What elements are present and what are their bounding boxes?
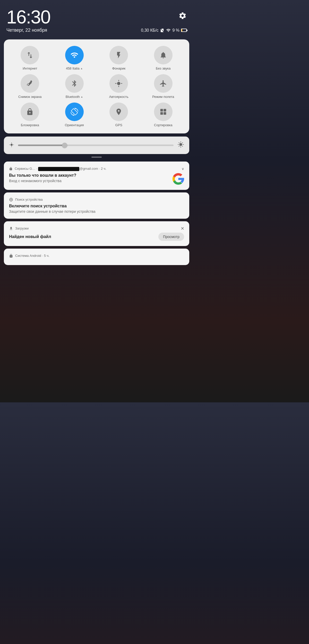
qs-internet-label: Интернет [23, 66, 37, 70]
notification-downloads[interactable]: Загрузки × Найден новый файл Просмотр [4, 221, 189, 246]
brightness-high-icon [177, 141, 184, 149]
qs-orientation-circle[interactable] [65, 103, 84, 121]
android-icon [9, 254, 13, 258]
network-speed: 0,30 КБ/с [141, 28, 159, 33]
battery-percent: 9 % [172, 28, 179, 33]
scroll-indicator [0, 157, 193, 158]
downloads-title-row: Найден новый файл Просмотр [9, 233, 184, 241]
svg-rect-2 [164, 109, 166, 112]
qs-wifi-label: 458 Italia ▲ [66, 66, 83, 70]
qs-screenshot-circle[interactable] [21, 74, 39, 93]
qs-bluetooth[interactable]: Bluetooth ▲ [54, 74, 96, 99]
notif-title-google: Вы только что вошли в аккаунт? [9, 173, 76, 178]
qs-bluetooth-label: Bluetooth ▲ [66, 95, 83, 99]
status-icons: 0,30 КБ/с 9 % [141, 28, 187, 33]
battery-icon [181, 29, 187, 32]
qs-screenshot[interactable]: Снимок экрана [9, 74, 51, 99]
close-downloads-icon[interactable]: × [181, 225, 184, 232]
qs-silent-label: Без звука [156, 66, 170, 70]
qs-internet-circle[interactable] [21, 46, 39, 64]
find-device-icon [9, 198, 13, 202]
svg-point-6 [11, 199, 12, 200]
qs-flashlight-circle[interactable] [109, 46, 128, 64]
brightness-low-icon [9, 142, 14, 149]
qs-flashlight[interactable]: Фонарик [98, 46, 140, 70]
notif-app-find: Поиск устройства [15, 198, 184, 201]
notif-title-find: Включите поиск устройства [9, 204, 184, 208]
notifications-area: Сервисы G… · @gmail.com · 2 ч. ∨ Вы толь… [4, 162, 189, 266]
qs-lock-rotation-label: Блокировка [21, 123, 39, 127]
notif-app-name: Сервисы G… · @gmail.com · 2 ч. [15, 167, 178, 171]
notif-body-google: Вход с незнакомого устройства [9, 179, 76, 183]
qs-wifi[interactable]: 458 Italia ▲ [54, 46, 96, 70]
notif-header-downloads: Загрузки × [9, 226, 184, 231]
bt-arrow: ▲ [81, 95, 83, 98]
qs-sort[interactable]: Сортировка [142, 103, 184, 127]
qs-silent[interactable]: Без звука [142, 46, 184, 70]
notif-header-find: Поиск устройства [9, 198, 184, 202]
status-bar: 16:30 Четверг, 22 ноября 0,30 КБ/с 9 % [0, 0, 193, 36]
notif-title-row-google: Вы только что вошли в аккаунт? Вход с не… [9, 173, 184, 185]
qs-lock-rotation[interactable]: Блокировка [9, 103, 51, 127]
notif-expand-icon[interactable]: ∨ [182, 167, 184, 171]
qs-airplane-label: Режим полета [152, 95, 174, 99]
notif-header-google: Сервисы G… · @gmail.com · 2 ч. ∨ [9, 167, 184, 171]
view-button[interactable]: Просмотр [158, 233, 184, 241]
wifi-icon [166, 28, 171, 33]
notification-google-signin[interactable]: Сервисы G… · @gmail.com · 2 ч. ∨ Вы толь… [4, 162, 189, 190]
qs-airplane[interactable]: Режим полета [142, 74, 184, 99]
qs-autobrightness-circle[interactable]: A [109, 74, 128, 93]
brightness-slider[interactable] [18, 145, 174, 146]
clock: 16:30 [6, 8, 50, 26]
svg-rect-1 [160, 109, 163, 112]
lock-icon [9, 167, 13, 171]
notif-title-downloads: Найден новый файл [9, 234, 158, 239]
notif-body-find: Защитите свои данные в случае потери уст… [9, 209, 184, 214]
qs-sort-circle[interactable] [154, 103, 173, 121]
svg-rect-3 [160, 112, 163, 115]
brightness-panel [4, 137, 189, 154]
download-icon [9, 226, 13, 231]
qs-orientation[interactable]: Ориентация [54, 103, 96, 127]
no-sim-icon [160, 28, 165, 33]
notif-header-android: Система Android · 5 ч. [9, 254, 184, 258]
qs-orientation-label: Ориентация [65, 123, 84, 127]
quick-settings-panel: Интернет 458 Italia ▲ Фонарик [4, 39, 189, 133]
qs-autobrightness-label: Автояркость [109, 95, 128, 99]
qs-internet[interactable]: Интернет [9, 46, 51, 70]
svg-text:A: A [118, 82, 120, 85]
settings-icon[interactable] [178, 12, 187, 22]
qs-silent-circle[interactable] [154, 46, 173, 64]
qs-lock-rotation-circle[interactable] [21, 103, 39, 121]
downloads-section: Загрузки × Найден новый файл Просмотр [9, 226, 184, 241]
svg-rect-4 [164, 112, 166, 115]
qs-gps-label: GPS [115, 123, 122, 127]
google-logo [173, 173, 184, 185]
date: Четверг, 22 ноября [6, 28, 47, 33]
qs-gps-circle[interactable] [109, 103, 128, 121]
notif-app-android: Система Android · 5 ч. [15, 254, 184, 258]
scroll-dot [91, 157, 102, 158]
notification-find-device[interactable]: Поиск устройства Включите поиск устройст… [4, 192, 189, 219]
notification-android-system[interactable]: Система Android · 5 ч. [4, 249, 189, 265]
qs-flashlight-label: Фонарик [112, 66, 125, 70]
wifi-arrow: ▲ [80, 67, 83, 70]
qs-bluetooth-circle[interactable] [65, 74, 84, 93]
qs-sort-label: Сортировка [154, 123, 172, 127]
notif-app-downloads: Загрузки [15, 226, 184, 230]
qs-gps[interactable]: GPS [98, 103, 140, 127]
qs-wifi-circle[interactable] [65, 46, 84, 64]
qs-autobrightness[interactable]: A Автояркость [98, 74, 140, 99]
quick-settings-grid: Интернет 458 Italia ▲ Фонарик [9, 46, 184, 127]
qs-screenshot-label: Снимок экрана [18, 95, 42, 99]
qs-airplane-circle[interactable] [154, 74, 173, 93]
